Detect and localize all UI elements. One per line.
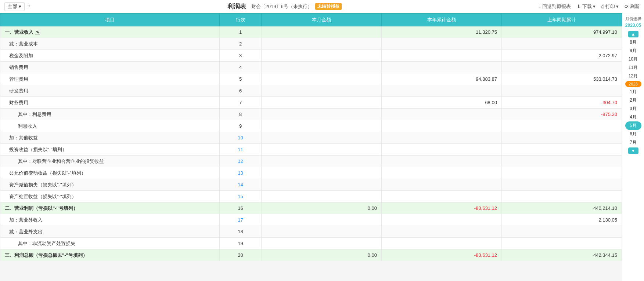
table-row-item: 利息收入 [0, 120, 220, 132]
table-row-year-amount [381, 109, 501, 120]
table-row-item: 研发费用 [0, 85, 220, 97]
month-item[interactable]: 2023 [625, 81, 641, 87]
table-row-year-amount: 11,320.75 [381, 26, 501, 38]
top-bar-left: 全部 ▾ ? [4, 2, 30, 11]
table-row-month-amount [261, 97, 381, 109]
table-row-month-amount: 0.00 [261, 202, 381, 214]
table-row-month-amount [261, 179, 381, 191]
table-row-prev-amount: 2,072.97 [501, 50, 622, 62]
table-row-number: 1 [220, 26, 262, 38]
month-item[interactable]: 4月 [625, 113, 641, 121]
table-row-number: 11 [220, 144, 262, 156]
table-row-month-amount [261, 214, 381, 226]
table-row-prev-amount [501, 156, 622, 167]
table-row-month-amount [261, 50, 381, 62]
scope-selector[interactable]: 全部 ▾ [4, 2, 25, 11]
table-row-year-amount [381, 238, 501, 249]
nav-up-button[interactable]: ▲ [628, 31, 638, 37]
table-row-prev-amount: 533,014.73 [501, 73, 622, 85]
table-row-item: 减：营业成本 [0, 38, 220, 50]
month-item[interactable]: 12月 [625, 72, 641, 80]
table-row-number: 16 [220, 202, 262, 214]
table-row-month-amount [261, 120, 381, 132]
refresh-button[interactable]: ⟳ 刷新 [625, 3, 640, 10]
table-row-prev-amount [501, 132, 622, 144]
table-row-month-amount [261, 191, 381, 202]
month-item[interactable]: 11月 [625, 63, 641, 72]
table-row-item: 其中：非流动资产处置损失 [0, 238, 220, 249]
month-item[interactable]: 7月 [625, 138, 641, 147]
table-row-number: 7 [220, 97, 262, 109]
table-row-month-amount: 0.00 [261, 249, 381, 261]
main-container: 项目 行次 本月金额 本年累计金额 上年同期累计 一、营业收入✎111,320.… [0, 13, 644, 281]
back-button[interactable]: ↓ 回退到原报表 [539, 3, 571, 10]
edit-icon[interactable]: ✎ [35, 30, 40, 35]
table-row-item: 二、营业利润（亏损以"-"号填列） [0, 202, 220, 214]
table-row-prev-amount [501, 120, 622, 132]
month-item[interactable]: 8月 [625, 38, 641, 47]
table-row-number: 15 [220, 191, 262, 202]
year-display: 2023.05 [625, 23, 641, 29]
table-row-number: 12 [220, 156, 262, 167]
print-button[interactable]: ⎙ 打印 ▾ [601, 3, 619, 10]
table-row-month-amount [261, 85, 381, 97]
nav-down-button[interactable]: ▼ [628, 147, 638, 154]
download-label: ⬇ 下载 [577, 3, 592, 10]
report-subtitle: 财会〔2019〕6号（未执行） [251, 3, 312, 10]
table-row-year-amount: -83,631.12 [381, 249, 501, 261]
help-icon[interactable]: ? [28, 4, 30, 9]
table-row-prev-amount [501, 179, 622, 191]
table-row-number: 2 [220, 38, 262, 50]
table-row-year-amount [381, 214, 501, 226]
print-label: ⎙ 打印 [601, 3, 615, 10]
status-badge: 未结转损益 [315, 3, 342, 10]
scope-label: 全部 [8, 3, 17, 10]
month-item[interactable]: 2月 [625, 96, 641, 105]
table-row-year-amount [381, 167, 501, 179]
table-row-number: 20 [220, 249, 262, 261]
top-bar-center: 利润表 财会〔2019〕6号（未执行） 未结转损益 [227, 2, 342, 11]
table-row-item: 一、营业收入✎ [0, 26, 220, 38]
table-row-prev-amount: 442,344.15 [501, 249, 622, 261]
table-row-prev-amount: 974,997.10 [501, 26, 622, 38]
table-row-item: 销售费用 [0, 62, 220, 73]
table-row-number: 9 [220, 120, 262, 132]
table-row-item: 其中：利息费用 [0, 109, 220, 120]
table-row-prev-amount: 440,214.10 [501, 202, 622, 214]
table-row-prev-amount: 2,130.05 [501, 214, 622, 226]
table-row-prev-amount [501, 191, 622, 202]
download-dropdown-icon: ▾ [593, 4, 596, 9]
table-row-year-amount: 94,883.87 [381, 73, 501, 85]
month-item[interactable]: 6月 [625, 130, 641, 138]
table-row-number: 4 [220, 62, 262, 73]
table-row-item: 其中：对联营企业和合营企业的投资收益 [0, 156, 220, 167]
table-row-prev-amount [501, 85, 622, 97]
table-row-item: 公允价值变动收益（损失以"-"填列） [0, 167, 220, 179]
table-row-item: 财务费用 [0, 97, 220, 109]
table-row-month-amount [261, 26, 381, 38]
table-row-year-amount: -83,631.12 [381, 202, 501, 214]
table-row-year-amount [381, 38, 501, 50]
table-row-year-amount: 68.00 [381, 97, 501, 109]
month-item[interactable]: 5月 [625, 121, 641, 130]
table-row-item: 投资收益（损失以"-"填列） [0, 144, 220, 156]
table-row-month-amount [261, 144, 381, 156]
table-row-item: 加：营业外收入 [0, 214, 220, 226]
table-row-prev-amount [501, 167, 622, 179]
table-row-item: 减：营业外支出 [0, 226, 220, 238]
top-bar-right: ↓ 回退到原报表 ⬇ 下载 ▾ ⎙ 打印 ▾ ⟳ 刷新 [539, 3, 640, 10]
month-item[interactable]: 10月 [625, 55, 641, 63]
table-row-prev-amount [501, 226, 622, 238]
month-item[interactable]: 1月 [625, 88, 641, 96]
report-title: 利润表 [227, 2, 246, 11]
table-row-number: 10 [220, 132, 262, 144]
table-row-year-amount [381, 144, 501, 156]
print-dropdown-icon: ▾ [616, 4, 619, 9]
month-item[interactable]: 9月 [625, 47, 641, 55]
month-selector-label: 月份选择 [625, 16, 641, 21]
month-item[interactable]: 3月 [625, 105, 641, 113]
table-row-month-amount [261, 73, 381, 85]
download-button[interactable]: ⬇ 下载 ▾ [577, 3, 596, 10]
sidebar-right: 月份选择 2023.05 ▲ 8月9月10月11月12月20231月2月3月4月… [622, 13, 644, 281]
table-row-item: 资产减值损失（损失以"-"填列） [0, 179, 220, 191]
